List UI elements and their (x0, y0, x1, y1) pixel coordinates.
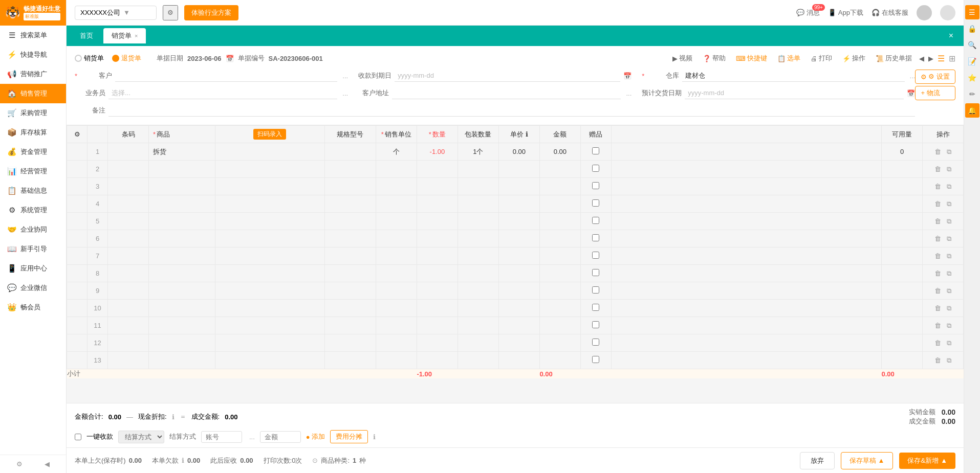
online-service-btn[interactable]: 🎧 在线客服 (872, 8, 908, 17)
row-qty-2[interactable] (417, 178, 458, 195)
row-price-8[interactable] (498, 282, 539, 300)
video-btn[interactable]: ▶ 视频 (669, 52, 695, 64)
sidebar-item-3[interactable]: 🏠销售管理 (0, 84, 66, 103)
row-barcode-5[interactable] (108, 230, 149, 247)
row-pack-2[interactable] (458, 178, 498, 195)
row-gift-11[interactable] (580, 334, 611, 352)
sidebar-item-11[interactable]: 📖新手引导 (0, 239, 66, 259)
row-copy-7[interactable]: ⧉ (945, 268, 953, 279)
one-click-pay-checkbox[interactable] (75, 434, 81, 440)
scan-btn[interactable]: 扫码录入 (253, 129, 286, 140)
row-copy-2[interactable]: ⧉ (945, 182, 953, 192)
salesperson-input[interactable] (108, 87, 337, 99)
row-pack-6[interactable] (458, 247, 498, 265)
row-goods-11[interactable] (149, 334, 215, 352)
view-list-icon[interactable]: ☰ (938, 54, 945, 63)
tab-sale-order[interactable]: 销货单 × (103, 28, 146, 43)
row-gift-0[interactable] (580, 143, 611, 161)
save-new-button[interactable]: 保存&新增 ▲ (899, 453, 955, 469)
row-price-6[interactable] (498, 247, 539, 265)
row-goods-9[interactable] (149, 300, 215, 317)
row-unit-12[interactable] (376, 352, 417, 369)
row-price-3[interactable] (498, 195, 539, 213)
row-barcode-10[interactable] (108, 317, 149, 334)
row-unit-4[interactable] (376, 213, 417, 230)
row-goods-12[interactable] (149, 352, 215, 369)
row-barcode-0[interactable] (108, 143, 149, 161)
row-spec-2[interactable] (324, 178, 376, 195)
settings-button[interactable]: ⚙ ⚙ 设置 (915, 70, 955, 84)
right-tool-star[interactable]: ⭐ (965, 71, 979, 85)
select-btn[interactable]: 📋 选单 (774, 52, 803, 64)
row-unit-0[interactable]: 个 (376, 143, 417, 161)
row-barcode-6[interactable] (108, 247, 149, 265)
row-copy-11[interactable]: ⧉ (945, 338, 953, 348)
row-amount-1[interactable] (539, 161, 580, 178)
row-qty-10[interactable] (417, 317, 458, 334)
account-ellipsis[interactable]: ... (249, 433, 255, 441)
sidebar-item-4[interactable]: 🛒采购管理 (0, 103, 66, 123)
row-gift-10[interactable] (580, 317, 611, 334)
row-gift-2[interactable] (580, 178, 611, 195)
discard-button[interactable]: 放弃 (800, 452, 835, 469)
row-amount-7[interactable] (539, 265, 580, 282)
row-pack-3[interactable] (458, 195, 498, 213)
expected-cal-icon[interactable]: 📅 (907, 89, 915, 97)
right-tool-edit[interactable]: ✏ (965, 87, 979, 101)
row-gift-9[interactable] (580, 300, 611, 317)
row-spec-12[interactable] (324, 352, 376, 369)
row-spec-0[interactable] (324, 143, 376, 161)
row-goods-5[interactable] (149, 230, 215, 247)
row-pack-7[interactable] (458, 265, 498, 282)
row-qty-6[interactable] (417, 247, 458, 265)
row-pack-0[interactable]: 1个 (458, 143, 498, 161)
row-pack-12[interactable] (458, 352, 498, 369)
row-price-4[interactable] (498, 213, 539, 230)
row-amount-3[interactable] (539, 195, 580, 213)
row-unit-3[interactable] (376, 195, 417, 213)
row-unit-5[interactable] (376, 230, 417, 247)
row-spec-9[interactable] (324, 300, 376, 317)
row-spec-5[interactable] (324, 230, 376, 247)
row-unit-6[interactable] (376, 247, 417, 265)
row-amount-9[interactable] (539, 300, 580, 317)
row-gift-6[interactable] (580, 247, 611, 265)
company-select[interactable]: XXXXXX公司 ▼ (75, 6, 157, 20)
row-qty-12[interactable] (417, 352, 458, 369)
right-tool-search[interactable]: 🔍 (965, 38, 979, 52)
row-amount-0[interactable]: 0.00 (539, 143, 580, 161)
row-amount-5[interactable] (539, 230, 580, 247)
calendar-icon[interactable]: 📅 (226, 55, 234, 62)
row-qty-4[interactable] (417, 213, 458, 230)
sidebar-item-13[interactable]: 💬企业微信 (0, 278, 66, 298)
right-tool-orange[interactable]: 🔔 (965, 103, 979, 118)
sidebar-item-2[interactable]: 📢营销推广 (0, 64, 66, 84)
actions-btn[interactable]: ⚡ 操作 (839, 52, 868, 64)
row-unit-11[interactable] (376, 334, 417, 352)
right-tool-lock[interactable]: 🔒 (965, 21, 979, 36)
print-btn[interactable]: 🖨 打印 (808, 52, 835, 64)
row-qty-3[interactable] (417, 195, 458, 213)
row-barcode-12[interactable] (108, 352, 149, 369)
row-goods-0[interactable]: 拆货 (149, 143, 215, 161)
logistics-button[interactable]: + 物流 (915, 86, 955, 100)
row-price-12[interactable] (498, 352, 539, 369)
sidebar-item-1[interactable]: ⚡快捷导航 (0, 45, 66, 64)
row-pack-11[interactable] (458, 334, 498, 352)
row-amount-11[interactable] (539, 334, 580, 352)
row-delete-0[interactable]: 🗑 (932, 147, 943, 156)
row-copy-1[interactable]: ⧉ (945, 164, 953, 174)
row-gift-5[interactable] (580, 230, 611, 247)
row-delete-7[interactable]: 🗑 (932, 268, 943, 278)
sidebar-collapse-icon[interactable]: ◀ (45, 460, 50, 468)
row-goods-7[interactable] (149, 265, 215, 282)
receipt-date-input[interactable] (395, 70, 620, 82)
row-unit-7[interactable] (376, 265, 417, 282)
sidebar-item-0[interactable]: ☰搜索菜单 (0, 26, 66, 45)
row-unit-1[interactable] (376, 161, 417, 178)
row-delete-5[interactable]: 🗑 (932, 234, 943, 243)
col-header-settings[interactable]: ⚙ (67, 126, 88, 143)
product-kind-icon[interactable]: ⊙ (312, 457, 318, 464)
tab-home[interactable]: 首页 (72, 28, 101, 43)
row-delete-3[interactable]: 🗑 (932, 199, 943, 209)
